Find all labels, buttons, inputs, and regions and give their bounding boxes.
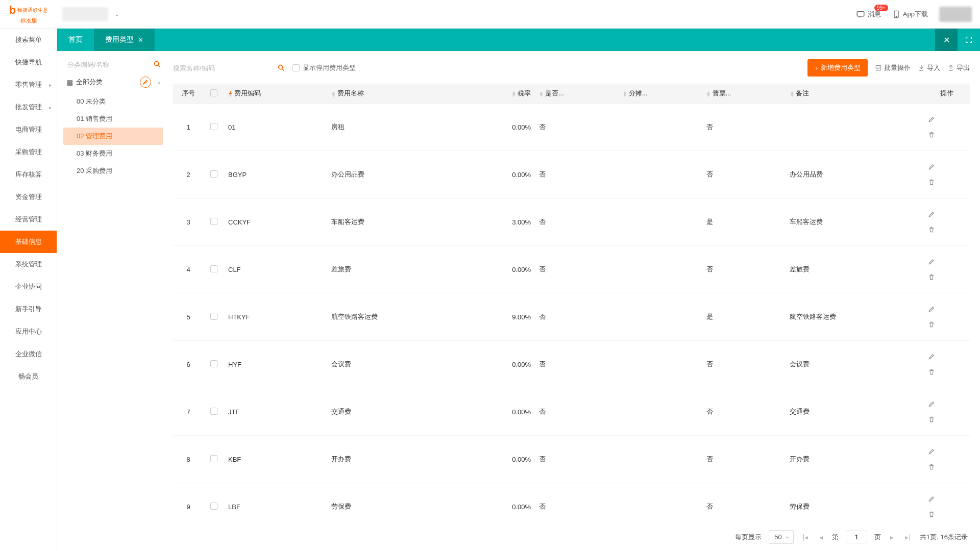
- next-page-button[interactable]: ▸: [888, 533, 896, 541]
- table-row[interactable]: 7JTF交通费0.00%否否交通费: [173, 388, 970, 436]
- tab[interactable]: 首页: [57, 29, 94, 51]
- delete-icon[interactable]: [928, 511, 966, 518]
- first-page-button[interactable]: |◂: [801, 533, 811, 541]
- edit-icon[interactable]: [928, 495, 966, 503]
- th-seq[interactable]: 序号: [173, 84, 204, 104]
- edit-icon[interactable]: [928, 163, 966, 170]
- last-page-button[interactable]: ▸|: [903, 533, 913, 541]
- cell-checkbox[interactable]: [204, 436, 224, 483]
- table-row[interactable]: 2BGYP办公用品费0.00%否否办公用品费: [173, 151, 970, 198]
- cell-c2: [619, 198, 702, 246]
- category-item[interactable]: 02 管理费用: [63, 128, 163, 145]
- th-checkbox[interactable]: [204, 84, 224, 104]
- avatar[interactable]: [939, 7, 972, 22]
- sidebar-item[interactable]: 采购管理: [0, 141, 57, 163]
- category-all[interactable]: ▦ 全部分类 «: [63, 73, 163, 91]
- edit-icon[interactable]: [928, 400, 966, 408]
- table-row[interactable]: 6HYF会议费0.00%否否会议费: [173, 341, 970, 388]
- sidebar-item[interactable]: 系统管理: [0, 253, 57, 276]
- tab[interactable]: 费用类型✕: [94, 29, 155, 51]
- show-disabled-checkbox[interactable]: 显示停用费用类型: [292, 63, 356, 72]
- sidebar-item[interactable]: 快捷导航: [0, 51, 57, 73]
- edit-icon[interactable]: [928, 353, 966, 360]
- app-download-button[interactable]: App下载: [892, 10, 928, 19]
- prev-page-button[interactable]: ◂: [817, 533, 825, 541]
- close-tab-button[interactable]: ✕: [935, 29, 958, 51]
- close-icon[interactable]: ✕: [138, 36, 143, 44]
- delete-icon[interactable]: [928, 273, 966, 281]
- sidebar-item[interactable]: 新手引导: [0, 298, 57, 320]
- cell-name: 差旅费: [327, 246, 465, 293]
- cell-checkbox[interactable]: [204, 104, 224, 151]
- page-input[interactable]: [846, 531, 867, 543]
- sidebar-item[interactable]: 企业微信: [0, 343, 57, 365]
- cell-code: 01: [224, 104, 327, 151]
- sidebar-item[interactable]: 经营管理: [0, 208, 57, 231]
- sidebar-item[interactable]: 企业协同: [0, 276, 57, 298]
- sidebar-item[interactable]: 资金管理: [0, 186, 57, 208]
- export-button[interactable]: 导出: [947, 63, 970, 72]
- sidebar-item[interactable]: 批发管理: [0, 96, 57, 118]
- message-button[interactable]: 消息 99+: [856, 10, 881, 19]
- cell-rate: 0.00%: [465, 246, 535, 293]
- search-icon[interactable]: [153, 60, 161, 68]
- delete-icon[interactable]: [928, 416, 966, 423]
- category-search-input[interactable]: [67, 61, 153, 68]
- delete-icon[interactable]: [928, 321, 966, 328]
- th-rate[interactable]: ▲▼税率: [465, 84, 535, 104]
- delete-icon[interactable]: [928, 179, 966, 186]
- cell-checkbox[interactable]: [204, 151, 224, 198]
- delete-icon[interactable]: [928, 131, 966, 138]
- table-row[interactable]: 3CCKYF车船客运费3.00%否是车船客运费: [173, 198, 970, 246]
- cell-checkbox[interactable]: [204, 293, 224, 341]
- cell-checkbox[interactable]: [204, 198, 224, 246]
- th-remark[interactable]: ▲▼备注: [786, 84, 924, 104]
- edit-icon[interactable]: [928, 448, 966, 455]
- edit-icon[interactable]: [928, 116, 966, 123]
- sidebar-item[interactable]: 应用中心: [0, 320, 57, 343]
- org-selector[interactable]: ⌄: [62, 7, 119, 21]
- edit-icon[interactable]: [928, 258, 966, 265]
- edit-icon[interactable]: [928, 211, 966, 218]
- delete-icon[interactable]: [928, 463, 966, 470]
- th-code[interactable]: ▲▼费用编码: [224, 84, 327, 104]
- category-item[interactable]: 20 采购费用: [63, 162, 163, 180]
- batch-button[interactable]: 批量操作: [875, 63, 911, 72]
- edit-icon[interactable]: [928, 306, 966, 313]
- cell-checkbox[interactable]: [204, 341, 224, 388]
- table-row[interactable]: 8KBF开办费0.00%否否开办费: [173, 436, 970, 483]
- sidebar-item[interactable]: 电商管理: [0, 118, 57, 141]
- cell-code: CCKYF: [224, 198, 327, 246]
- sidebar-item[interactable]: 畅会员: [0, 365, 57, 388]
- delete-icon[interactable]: [928, 226, 966, 233]
- cell-checkbox[interactable]: [204, 246, 224, 293]
- table-row[interactable]: 5HTKYF航空铁路客运费9.00%否是航空铁路客运费: [173, 293, 970, 341]
- th-alloc[interactable]: ▲▼分摊...: [619, 84, 702, 104]
- sidebar-item[interactable]: 搜索菜单: [0, 29, 57, 51]
- cell-checkbox[interactable]: [204, 483, 224, 523]
- category-item[interactable]: 03 财务费用: [63, 145, 163, 162]
- th-is[interactable]: ▲▼是否...: [535, 84, 619, 104]
- sidebar-item[interactable]: 零售管理: [0, 73, 57, 96]
- cell-checkbox[interactable]: [204, 388, 224, 436]
- search-icon[interactable]: [277, 64, 285, 72]
- category-edit-button[interactable]: [140, 77, 151, 88]
- category-item[interactable]: 00 未分类: [63, 93, 163, 110]
- delete-icon[interactable]: [928, 368, 966, 375]
- table-row[interactable]: 4CLF差旅费0.00%否否差旅费: [173, 246, 970, 293]
- fullscreen-button[interactable]: [958, 29, 980, 51]
- import-button[interactable]: 导入: [918, 63, 940, 72]
- th-voucher[interactable]: ▲▼普票...: [702, 84, 786, 104]
- th-name[interactable]: ▲▼费用名称: [327, 84, 465, 104]
- per-page-select[interactable]: 50: [769, 530, 793, 544]
- collapse-panel-button[interactable]: «: [157, 79, 161, 86]
- table-search-input[interactable]: [173, 64, 277, 72]
- sidebar-item[interactable]: 库存核算: [0, 163, 57, 186]
- cell-c3: 是: [702, 293, 786, 341]
- add-button[interactable]: + 新增费用类型: [807, 59, 868, 77]
- category-item[interactable]: 01 销售费用: [63, 110, 163, 128]
- sidebar-item[interactable]: 基础信息: [0, 231, 57, 253]
- table-row[interactable]: 101房租0.00%否否: [173, 104, 970, 151]
- table-row[interactable]: 9LBF劳保费0.00%否否劳保费: [173, 483, 970, 523]
- cell-code: HTKYF: [224, 293, 327, 341]
